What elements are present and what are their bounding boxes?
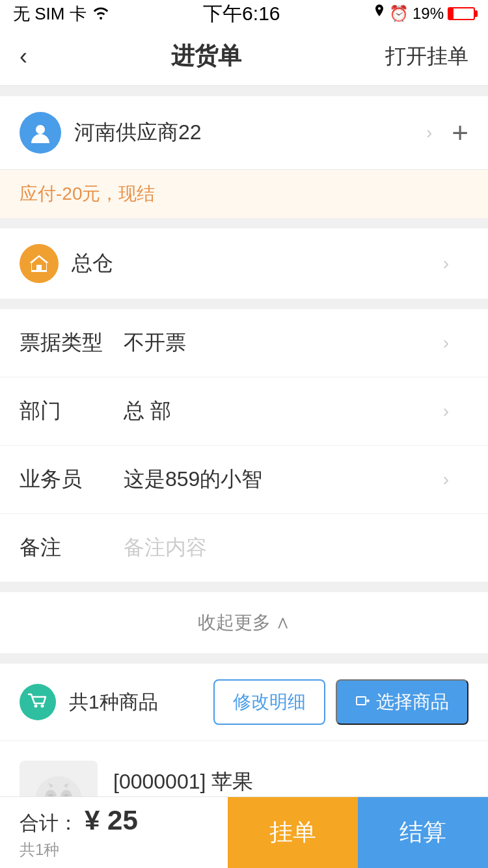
supplier-section: 河南供应商22 › + 应付-20元，现结 — [0, 96, 488, 218]
invoice-type-value: 不开票 — [111, 329, 443, 357]
footer: 合计： ¥ 25 共1种 挂单 结算 — [0, 796, 488, 868]
product-code: [0000001] — [113, 770, 206, 793]
total-sub: 共1种 — [20, 839, 208, 860]
department-row[interactable]: 部门 总 部 › — [0, 377, 488, 446]
collapse-label: 收起更多 ∧ — [198, 612, 291, 632]
status-bar-time: 下午6:16 — [203, 1, 280, 27]
department-chevron: › — [443, 401, 449, 422]
salesperson-label: 业务员 — [20, 465, 111, 494]
select-product-icon — [355, 694, 371, 710]
svg-point-0 — [36, 125, 45, 134]
home-icon — [28, 252, 50, 275]
remark-placeholder: 备注内容 — [111, 534, 468, 562]
remark-row[interactable]: 备注 备注内容 — [0, 514, 488, 582]
salesperson-value: 这是859的小智 — [111, 465, 443, 494]
carrier-label: 无 SIM 卡 — [13, 3, 87, 25]
warehouse-section[interactable]: 总仓 › — [0, 228, 488, 299]
divider-top — [0, 86, 488, 96]
product-header-icon — [20, 684, 56, 720]
collapse-row[interactable]: 收起更多 ∧ — [0, 592, 488, 653]
status-bar-right: ⏰ 19% — [373, 5, 475, 23]
status-bar: 无 SIM 卡 下午6:16 ⏰ 19% — [0, 0, 488, 27]
cart-icon — [27, 692, 48, 712]
alarm-icon: ⏰ — [389, 5, 409, 23]
department-value: 总 部 — [111, 397, 443, 426]
invoice-type-row[interactable]: 票据类型 不开票 › — [0, 309, 488, 377]
status-bar-left: 无 SIM 卡 — [13, 3, 110, 25]
form-section: 票据类型 不开票 › 部门 总 部 › 业务员 这是859的小智 › 备注 备注… — [0, 309, 488, 582]
main-content: 河南供应商22 › + 应付-20元，现结 总仓 › 票据类型 不开票 › 部门… — [0, 86, 488, 868]
footer-total-area: 合计： ¥ 25 共1种 — [0, 805, 228, 860]
svg-point-2 — [41, 705, 44, 708]
department-label: 部门 — [20, 397, 111, 426]
back-button[interactable]: ‹ — [20, 43, 27, 70]
nav-bar: ‹ 进货单 打开挂单 — [0, 27, 488, 86]
settle-button[interactable]: 结算 — [358, 797, 488, 869]
battery-icon — [448, 7, 475, 20]
svg-rect-3 — [357, 697, 366, 705]
payment-notice: 应付-20元，现结 — [0, 170, 488, 218]
salesperson-row[interactable]: 业务员 这是859的小智 › — [0, 446, 488, 514]
supplier-avatar — [20, 112, 61, 154]
wifi-icon — [92, 4, 110, 24]
warehouse-chevron-icon: › — [443, 253, 449, 274]
svg-point-1 — [34, 705, 38, 708]
add-supplier-button[interactable]: + — [452, 116, 468, 149]
remark-label: 备注 — [20, 534, 111, 562]
product-count-label: 共1种商品 — [69, 689, 213, 716]
user-icon — [29, 121, 52, 144]
total-label: 合计： — [20, 810, 78, 837]
invoice-type-label: 票据类型 — [20, 329, 111, 357]
page-title: 进货单 — [171, 40, 241, 72]
hang-button[interactable]: 挂单 — [228, 797, 358, 869]
total-amount: ¥ 25 — [85, 805, 138, 836]
salesperson-chevron: › — [443, 469, 449, 490]
battery-percent: 19% — [413, 5, 444, 23]
chevron-right-icon: › — [426, 122, 432, 143]
supplier-row[interactable]: 河南供应商22 › + — [0, 96, 488, 170]
select-product-button[interactable]: 选择商品 — [336, 679, 468, 725]
select-product-label: 选择商品 — [376, 690, 449, 714]
warehouse-icon-circle — [20, 244, 59, 283]
invoice-type-chevron: › — [443, 332, 449, 353]
open-hang-button[interactable]: 打开挂单 — [385, 42, 468, 71]
product-header: 共1种商品 修改明细 选择商品 — [0, 664, 488, 740]
location-icon — [373, 5, 385, 23]
edit-detail-button[interactable]: 修改明细 — [213, 679, 325, 725]
product-name: [0000001] 苹果 — [113, 768, 438, 796]
warehouse-name: 总仓 — [72, 249, 443, 278]
supplier-name: 河南供应商22 — [74, 118, 426, 147]
product-title: 苹果 — [211, 770, 253, 793]
